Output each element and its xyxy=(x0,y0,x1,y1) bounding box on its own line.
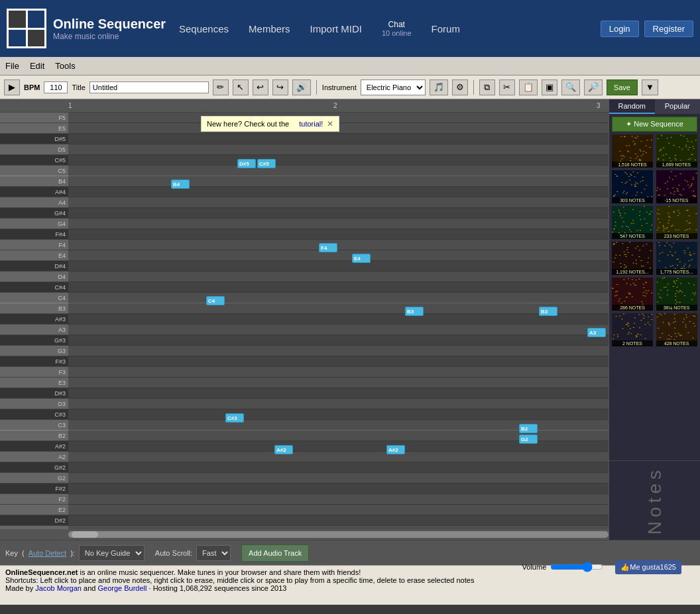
piano-key-a4[interactable]: A4 xyxy=(0,197,68,208)
menu-tools[interactable]: Tools xyxy=(55,61,75,71)
bpm-value[interactable]: 110 xyxy=(44,81,68,93)
thumbnail-8[interactable]: 286 NOTES xyxy=(612,278,653,311)
piano-key-f4[interactable]: F4 xyxy=(0,240,68,250)
piano-key-b3[interactable]: B3 xyxy=(0,303,68,314)
piano-key-e5[interactable]: E5 xyxy=(0,123,68,134)
nav-import-midi[interactable]: Import MIDI xyxy=(310,23,362,34)
thumbnail-0[interactable]: 1,516 NOTES xyxy=(612,134,653,168)
thumbnail-4[interactable]: 547 NOTES xyxy=(612,206,653,239)
grid-row-gs3[interactable] xyxy=(68,335,609,346)
piano-key-as4[interactable]: A#4 xyxy=(0,187,68,197)
grid-row-d2[interactable] xyxy=(68,526,609,529)
thumbnail-5[interactable]: 233 NOTES xyxy=(656,206,697,239)
piano-key-cs5[interactable]: C#5 xyxy=(0,155,68,166)
auto-detect-link[interactable]: Auto Detect xyxy=(29,549,66,557)
copy-icon[interactable]: ⧉ xyxy=(479,79,495,95)
piano-key-g2[interactable]: G2 xyxy=(0,473,68,484)
grid-row-fs2[interactable] xyxy=(68,484,609,494)
piano-key-g4[interactable]: G4 xyxy=(0,219,68,229)
save-button[interactable]: Save xyxy=(607,79,638,95)
grid-row-f4[interactable] xyxy=(68,240,609,250)
thumbnail-6[interactable]: 1,192 NOTES... xyxy=(612,242,653,275)
note-6[interactable]: C4 xyxy=(206,296,225,305)
piano-key-d3[interactable]: D3 xyxy=(0,399,68,409)
note-2[interactable]: D#5 xyxy=(237,159,256,168)
nav-sequences[interactable]: Sequences xyxy=(179,23,229,34)
cursor-icon[interactable]: ↖ xyxy=(233,79,249,95)
piano-key-g3[interactable]: G3 xyxy=(0,346,68,356)
note-5[interactable]: E4 xyxy=(352,254,371,263)
grid-row-c5[interactable] xyxy=(68,166,609,176)
note-14[interactable]: G2 xyxy=(519,435,538,444)
redo-icon[interactable]: ↪ xyxy=(272,79,288,95)
menu-edit[interactable]: Edit xyxy=(30,61,44,71)
nav-members[interactable]: Members xyxy=(249,23,290,34)
grid-row-as4[interactable] xyxy=(68,187,609,197)
facebook-like[interactable]: 👍 Me gusta 1625 xyxy=(615,560,681,574)
thumbnail-1[interactable]: 1,669 NOTES xyxy=(656,134,697,168)
grid-row-gs2[interactable] xyxy=(68,462,609,473)
grid-row-fs3[interactable] xyxy=(68,356,609,367)
thumbnail-3[interactable]: ·15 NOTES xyxy=(656,170,697,203)
thumbnail-2[interactable]: 303 NOTES xyxy=(612,170,653,203)
grid-row-f3[interactable] xyxy=(68,367,609,378)
piano-key-f3[interactable]: F3 xyxy=(0,367,68,378)
piano-key-ds4[interactable]: D#4 xyxy=(0,261,68,272)
thumbnail-7[interactable]: 1,775 NOTES... xyxy=(656,242,697,275)
tab-random[interactable]: Random xyxy=(609,99,655,114)
piano-key-fs4[interactable]: F#4 xyxy=(0,229,68,240)
grid-row-b4[interactable] xyxy=(68,176,609,187)
piano-key-gs2[interactable]: G#2 xyxy=(0,462,68,473)
grid-row-d5[interactable] xyxy=(68,144,609,155)
grid-row-ds2[interactable] xyxy=(68,515,609,526)
note-3[interactable]: C#5 xyxy=(257,159,276,168)
note-9[interactable]: A3 xyxy=(587,328,606,337)
piano-key-a3[interactable]: A3 xyxy=(0,325,68,335)
piano-key-c4[interactable]: C4 xyxy=(0,293,68,303)
note-4[interactable]: F4 xyxy=(319,243,337,252)
george-burdell-link[interactable]: George Burdell xyxy=(97,584,146,592)
grid-row-cs3[interactable] xyxy=(68,409,609,420)
grid-row-g2[interactable] xyxy=(68,473,609,484)
undo-icon[interactable]: ↩ xyxy=(253,79,268,95)
grid-row-a2[interactable] xyxy=(68,452,609,462)
zoom-icon[interactable]: 🔎 xyxy=(584,79,603,95)
note-11[interactable]: A#2 xyxy=(274,445,293,454)
grid-row-b3[interactable] xyxy=(68,303,609,314)
note-12[interactable]: A#2 xyxy=(386,445,405,454)
note-1[interactable]: B4 xyxy=(171,179,190,189)
grid-scroll[interactable]: New here? Check out the tutorial! ✕ B5B4… xyxy=(68,113,609,529)
note-8[interactable]: B3 xyxy=(539,307,557,316)
nav-chat[interactable]: Chat 10 online xyxy=(382,20,412,37)
register-button[interactable]: Register xyxy=(644,21,693,37)
add-audio-track-button[interactable]: Add Audio Track xyxy=(241,544,309,562)
grid-row-fs4[interactable] xyxy=(68,229,609,240)
piano-key-e3[interactable]: E3 xyxy=(0,378,68,388)
piano-key-a2[interactable]: A2 xyxy=(0,452,68,462)
piano-key-cs4[interactable]: C#4 xyxy=(0,282,68,293)
cut-icon[interactable]: ✂ xyxy=(499,79,515,95)
save-dropdown-icon[interactable]: ▼ xyxy=(642,79,658,95)
note-10[interactable]: C#3 xyxy=(225,413,244,423)
grid-row-gs4[interactable] xyxy=(68,208,609,219)
grid-row-d4[interactable] xyxy=(68,272,609,282)
piano-key-gs4[interactable]: G#4 xyxy=(0,208,68,219)
grid-row-a3[interactable] xyxy=(68,325,609,335)
instrument-select[interactable]: Electric Piano xyxy=(361,79,426,95)
instrument-icon2[interactable]: ⚙ xyxy=(452,79,468,95)
auto-scroll-select[interactable]: Fast xyxy=(196,545,231,561)
pencil-icon[interactable]: ✏ xyxy=(213,79,229,95)
tutorial-link[interactable]: tutorial! xyxy=(299,120,323,128)
piano-key-e2[interactable]: E2 xyxy=(0,505,68,515)
login-button[interactable]: Login xyxy=(601,21,639,37)
title-input[interactable] xyxy=(89,81,209,93)
grid-row-e3[interactable] xyxy=(68,378,609,388)
grid-row-c4[interactable] xyxy=(68,293,609,303)
grid-row-e2[interactable] xyxy=(68,505,609,515)
piano-key-ds3[interactable]: D#3 xyxy=(0,388,68,399)
piano-key-f2[interactable]: F2 xyxy=(0,494,68,505)
paste-icon[interactable]: 📋 xyxy=(519,79,538,95)
piano-key-gs3[interactable]: G#3 xyxy=(0,335,68,346)
scrollbar-thumb[interactable] xyxy=(72,531,98,538)
piano-key-as2[interactable]: A#2 xyxy=(0,441,68,452)
